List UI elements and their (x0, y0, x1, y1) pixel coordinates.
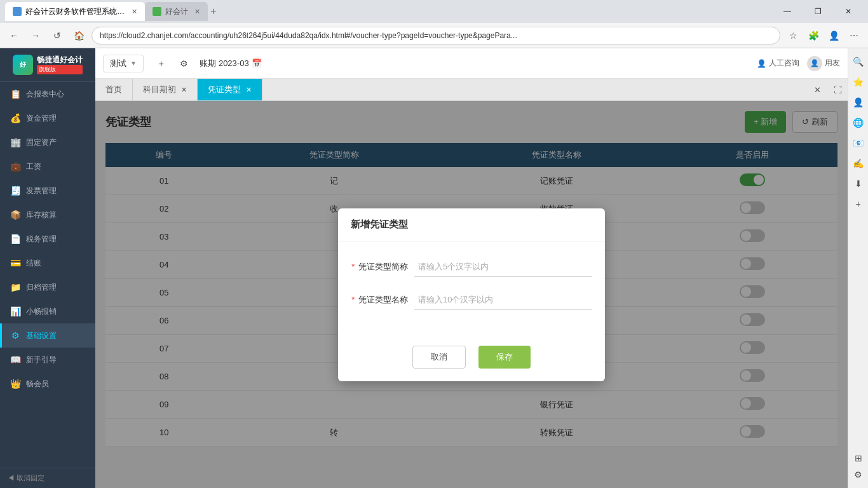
tab-subject-label: 科目期初 (143, 84, 176, 95)
right-search-icon[interactable]: 🔍 (850, 53, 867, 70)
add-workspace-button[interactable]: + (153, 55, 170, 72)
required-mark-2: * (351, 295, 355, 304)
tab-voucher-type[interactable]: 凭证类型 ✕ (198, 79, 262, 100)
extensions-icon[interactable]: 🧩 (804, 27, 822, 44)
right-feather-icon[interactable]: ✍ (850, 155, 867, 172)
period-label: 账期 (200, 58, 216, 69)
right-star-icon[interactable]: ⭐ (850, 74, 867, 90)
save-button[interactable]: 保存 (478, 346, 531, 369)
sidebar-item-assets[interactable]: 🏢 固定资产 (0, 130, 95, 154)
right-user-icon[interactable]: 👤 (850, 94, 867, 111)
calendar-icon[interactable]: 📅 (252, 58, 262, 68)
form-row-full-name: * 凭证类型名称 (351, 290, 592, 310)
settings-icon: ⚙ (10, 330, 21, 341)
sidebar-item-inventory[interactable]: 📦 库存核算 (0, 203, 95, 227)
sidebar-item-settlement[interactable]: 💳 结账 (0, 251, 95, 275)
sidebar-item-guide[interactable]: 📖 新手引导 (0, 348, 95, 372)
full-name-label: * 凭证类型名称 (351, 294, 414, 306)
sidebar-item-label: 发票管理 (26, 186, 57, 196)
right-outlook-icon[interactable]: 📧 (850, 135, 867, 151)
new-tab-button[interactable]: + (210, 6, 216, 17)
tab-collapse-button[interactable]: ✕ (807, 79, 827, 100)
tab-voucher-type-label: 凭证类型 (208, 84, 241, 95)
sidebar-item-capital[interactable]: 💰 资金管理 (0, 106, 95, 130)
sidebar-item-label: 基础设置 (26, 330, 57, 341)
sidebar-item-settings[interactable]: ⚙ 基础设置 (0, 323, 95, 348)
menu-icon[interactable]: ⋯ (845, 27, 863, 44)
sidebar-item-archive[interactable]: 📁 归档管理 (0, 275, 95, 299)
sidebar-item-label: 税务管理 (26, 234, 57, 245)
sidebar-item-member[interactable]: 👑 畅会员 (0, 372, 95, 396)
close-button[interactable]: ✕ (834, 2, 863, 21)
forward-button[interactable]: → (27, 27, 44, 44)
tab-close-1[interactable]: ✕ (132, 8, 137, 16)
consultant-label: 人工咨询 (769, 58, 799, 69)
expense-icon: 📊 (10, 306, 21, 317)
home-button[interactable]: 🏠 (70, 27, 88, 44)
user-button[interactable]: 👤 用友 (807, 56, 840, 71)
tab-home[interactable]: 首页 (95, 79, 133, 100)
sidebar-logo: 好 畅捷通好会计 旗舰版 (0, 48, 95, 82)
modal-title: 新增凭证类型 (351, 219, 408, 229)
sidebar-item-label: 归档管理 (26, 282, 57, 293)
consultant-button[interactable]: 👤 人工咨询 (757, 58, 799, 69)
logo-icon: 好 (13, 55, 33, 75)
content-area: 测试 ▼ + ⚙ 账期 2023-03 📅 👤 人工咨询 👤 用友 (95, 48, 848, 488)
sidebar-item-salary[interactable]: 💼 工资 (0, 154, 95, 179)
bookmark-icon[interactable]: ☆ (784, 27, 802, 44)
right-globe-icon[interactable]: 🌐 (850, 114, 867, 131)
period-info: 账期 2023-03 📅 (200, 58, 262, 69)
workspace-selector[interactable]: 测试 ▼ (103, 55, 144, 72)
sidebar-item-label: 新手引导 (26, 355, 57, 365)
settings-button[interactable]: ⚙ (175, 55, 193, 72)
logo-badge: 旗舰版 (37, 65, 83, 74)
period-value: 2023-03 (219, 58, 249, 68)
right-plus-icon[interactable]: + (850, 196, 867, 212)
back-button[interactable]: ← (5, 27, 23, 44)
salary-icon: 💼 (10, 161, 21, 172)
tab-subject[interactable]: 科目期初 ✕ (133, 79, 198, 100)
tab-close-2[interactable]: ✕ (194, 8, 200, 16)
archive-icon: 📁 (10, 281, 21, 293)
cancel-button[interactable]: 取消 (412, 346, 466, 369)
tab-subject-close[interactable]: ✕ (181, 86, 187, 94)
reload-button[interactable]: ↺ (48, 27, 66, 44)
sidebar-item-dashboard[interactable]: 📋 会报表中心 (0, 82, 95, 106)
main-content: 凭证类型 + 新增 ↺ 刷新 编号 凭证类型简称 凭证类型名称 是否启用 (95, 101, 848, 488)
required-mark-1: * (351, 262, 355, 271)
tab-expand-button[interactable]: ⛶ (827, 79, 848, 100)
sidebar-item-label: 会报表中心 (26, 89, 64, 100)
browser-tab-2[interactable]: 好会计 ✕ (145, 2, 208, 21)
sidebar-footer[interactable]: ◀ 取消固定 (0, 468, 95, 488)
settlement-icon: 💳 (10, 257, 21, 269)
capital-icon: 💰 (10, 112, 21, 124)
modal-dialog: 新增凭证类型 * 凭证类型简称 * (338, 208, 605, 381)
form-row-short-name: * 凭证类型简称 (351, 257, 592, 277)
sidebar-item-label: 固定资产 (26, 137, 57, 148)
tab-favicon-2 (153, 7, 161, 16)
profile-icon[interactable]: 👤 (825, 27, 843, 44)
minimize-button[interactable]: — (773, 2, 802, 21)
guide-icon: 📖 (10, 354, 21, 365)
tax-icon: 📄 (10, 233, 21, 245)
right-download-icon[interactable]: ⬇ (850, 175, 867, 192)
right-panel: 🔍 ⭐ 👤 🌐 📧 ✍ ⬇ + ⊞ ⚙ (848, 48, 868, 488)
sidebar-item-tax[interactable]: 📄 税务管理 (0, 227, 95, 251)
right-settings-icon[interactable]: ⚙ (850, 466, 867, 483)
browser-tab-1[interactable]: 好会计云财务软件管理系统_会计 ✕ (5, 2, 145, 21)
consultant-icon: 👤 (757, 59, 766, 68)
sidebar-item-label: 结账 (26, 258, 41, 269)
inventory-icon: 📦 (10, 209, 21, 220)
tab-label-2: 好会计 (165, 6, 188, 17)
sidebar-item-invoice[interactable]: 🧾 发票管理 (0, 179, 95, 203)
sidebar-item-label: 畅会员 (26, 379, 49, 390)
tab-voucher-type-close[interactable]: ✕ (246, 86, 252, 94)
dashboard-icon: 📋 (10, 88, 21, 100)
right-grid-icon[interactable]: ⊞ (850, 450, 867, 466)
sidebar-item-expense[interactable]: 📊 小畅报销 (0, 299, 95, 323)
maximize-button[interactable]: ❐ (803, 2, 832, 21)
short-name-input[interactable] (414, 257, 592, 277)
address-input[interactable] (92, 27, 780, 44)
tab-home-label: 首页 (105, 84, 122, 95)
full-name-input[interactable] (414, 290, 592, 310)
